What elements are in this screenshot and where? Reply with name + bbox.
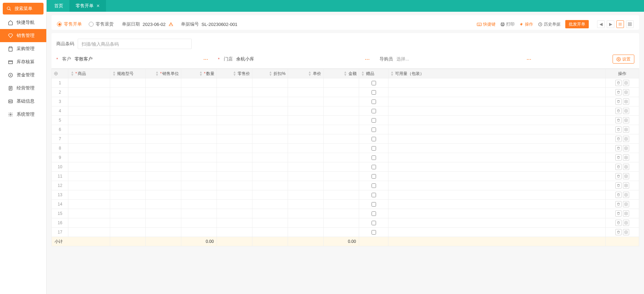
shortcut-link[interactable]: 快捷键 bbox=[477, 21, 496, 27]
cell-gift[interactable] bbox=[359, 125, 388, 134]
cell-spec[interactable] bbox=[110, 181, 146, 190]
table-row[interactable]: 10 bbox=[52, 162, 639, 172]
cell-product[interactable] bbox=[68, 153, 110, 162]
col-qty[interactable]: *数量 bbox=[181, 69, 217, 78]
cell-amount[interactable] bbox=[323, 144, 359, 153]
cell-product[interactable] bbox=[68, 116, 110, 125]
cell-unit[interactable] bbox=[146, 97, 181, 106]
gift-checkbox[interactable] bbox=[372, 202, 376, 207]
cell-price[interactable] bbox=[288, 97, 324, 106]
customer-field[interactable]: * 客户 零散客户 ··· bbox=[56, 56, 208, 62]
cell-discount[interactable] bbox=[252, 106, 288, 116]
cell-retail[interactable] bbox=[217, 209, 252, 218]
cell-price[interactable] bbox=[288, 209, 324, 218]
delete-row-button[interactable] bbox=[615, 98, 622, 105]
cell-gift[interactable] bbox=[359, 97, 388, 106]
cell-gift[interactable] bbox=[359, 172, 388, 181]
cell-spec[interactable] bbox=[110, 209, 146, 218]
add-row-button[interactable] bbox=[623, 89, 629, 95]
cell-product[interactable] bbox=[68, 209, 110, 218]
cell-unit[interactable] bbox=[146, 144, 181, 153]
customer-picker-icon[interactable]: ··· bbox=[203, 57, 208, 62]
cell-qty[interactable] bbox=[181, 190, 217, 200]
warn-icon[interactable] bbox=[169, 22, 173, 27]
cell-gift[interactable] bbox=[359, 218, 388, 228]
cell-qty[interactable] bbox=[181, 172, 217, 181]
cell-qty[interactable] bbox=[181, 153, 217, 162]
col-spec[interactable]: 规格型号 bbox=[110, 69, 146, 78]
cell-spec[interactable] bbox=[110, 162, 146, 172]
cell-spec[interactable] bbox=[110, 116, 146, 125]
cell-price[interactable] bbox=[288, 190, 324, 200]
cell-discount[interactable] bbox=[252, 88, 288, 97]
cell-unit[interactable] bbox=[146, 181, 181, 190]
cell-amount[interactable] bbox=[323, 106, 359, 116]
sidebar-item-7[interactable]: 系统管理 bbox=[0, 108, 46, 121]
cell-spec[interactable] bbox=[110, 228, 146, 237]
doc-type-option-1[interactable]: 零售退货 bbox=[89, 21, 114, 27]
add-row-button[interactable] bbox=[623, 192, 629, 198]
col-discount[interactable]: 折扣% bbox=[252, 69, 288, 78]
close-icon[interactable]: ✕ bbox=[96, 3, 100, 8]
guide-picker-icon[interactable]: ··· bbox=[527, 57, 531, 62]
delete-row-button[interactable] bbox=[615, 201, 622, 207]
list-view-button[interactable] bbox=[616, 20, 624, 28]
col-avail[interactable]: 可用量（包装） bbox=[388, 69, 606, 78]
cell-retail[interactable] bbox=[217, 125, 252, 134]
cell-amount[interactable] bbox=[323, 200, 359, 209]
cell-spec[interactable] bbox=[110, 144, 146, 153]
col-amount[interactable]: 金额 bbox=[323, 69, 359, 78]
delete-row-button[interactable] bbox=[615, 210, 622, 217]
delete-row-button[interactable] bbox=[615, 182, 622, 189]
table-row[interactable]: 2 bbox=[52, 88, 639, 97]
cell-qty[interactable] bbox=[181, 200, 217, 209]
delete-row-button[interactable] bbox=[615, 164, 622, 170]
sidebar-item-6[interactable]: 基础信息 bbox=[0, 95, 46, 108]
batch-order-button[interactable]: 批发开单 bbox=[565, 20, 589, 28]
cell-retail[interactable] bbox=[217, 134, 252, 144]
add-row-button[interactable] bbox=[623, 210, 629, 217]
cell-price[interactable] bbox=[288, 218, 324, 228]
cell-discount[interactable] bbox=[252, 228, 288, 237]
gift-checkbox[interactable] bbox=[372, 230, 376, 235]
grid-view-button[interactable] bbox=[626, 20, 634, 28]
cell-amount[interactable] bbox=[323, 181, 359, 190]
settings-button[interactable]: 设置 bbox=[613, 55, 634, 64]
cell-price[interactable] bbox=[288, 125, 324, 134]
col-unit[interactable]: *销售单位 bbox=[146, 69, 181, 78]
gift-checkbox[interactable] bbox=[372, 155, 376, 160]
delete-row-button[interactable] bbox=[615, 145, 622, 151]
table-row[interactable]: 15 bbox=[52, 209, 639, 218]
cell-qty[interactable] bbox=[181, 125, 217, 134]
cell-product[interactable] bbox=[68, 190, 110, 200]
cell-amount[interactable] bbox=[323, 88, 359, 97]
cell-price[interactable] bbox=[288, 134, 324, 144]
add-row-button[interactable] bbox=[623, 108, 629, 114]
cell-gift[interactable] bbox=[359, 106, 388, 116]
gift-checkbox[interactable] bbox=[372, 193, 376, 197]
gift-checkbox[interactable] bbox=[372, 81, 376, 85]
cell-amount[interactable] bbox=[323, 209, 359, 218]
cell-qty[interactable] bbox=[181, 162, 217, 172]
add-row-button[interactable] bbox=[623, 80, 629, 86]
cell-retail[interactable] bbox=[217, 172, 252, 181]
cell-product[interactable] bbox=[68, 172, 110, 181]
cell-discount[interactable] bbox=[252, 134, 288, 144]
cell-gift[interactable] bbox=[359, 162, 388, 172]
cell-gift[interactable] bbox=[359, 228, 388, 237]
add-row-button[interactable] bbox=[623, 154, 629, 161]
cell-gift[interactable] bbox=[359, 116, 388, 125]
cell-amount[interactable] bbox=[323, 97, 359, 106]
table-row[interactable]: 7 bbox=[52, 134, 639, 144]
cell-spec[interactable] bbox=[110, 218, 146, 228]
sidebar-item-0[interactable]: 快捷导航 bbox=[0, 16, 46, 29]
delete-row-button[interactable] bbox=[615, 154, 622, 161]
cell-spec[interactable] bbox=[110, 106, 146, 116]
gift-checkbox[interactable] bbox=[372, 109, 376, 113]
cell-retail[interactable] bbox=[217, 228, 252, 237]
sidebar-item-2[interactable]: 采购管理 bbox=[0, 42, 46, 55]
cell-discount[interactable] bbox=[252, 97, 288, 106]
gift-checkbox[interactable] bbox=[372, 99, 376, 104]
cell-unit[interactable] bbox=[146, 116, 181, 125]
cell-amount[interactable] bbox=[323, 190, 359, 200]
